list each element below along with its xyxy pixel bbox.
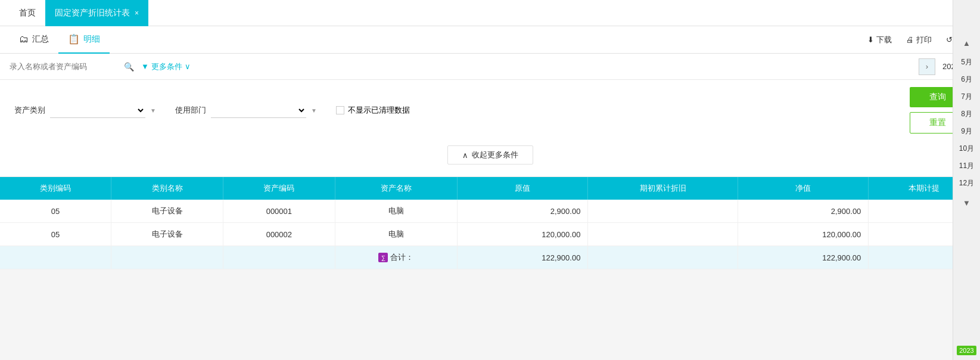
hide-cleared-checkbox[interactable] (336, 106, 344, 114)
month-item[interactable]: 10月 (956, 140, 978, 157)
right-month-panel: ▲ 5月6月7月8月9月10月11月12月 ▼ 2023 (953, 0, 980, 360)
filter-label: 更多条件 (151, 61, 182, 72)
total-cell: 122,900.00 (457, 246, 588, 269)
print-button[interactable]: 🖨 打印 (906, 35, 932, 45)
scroll-up-button[interactable]: ▲ (956, 36, 978, 50)
month-item[interactable]: 7月 (956, 88, 978, 105)
tab-summary[interactable]: 🗂 汇总 (10, 26, 58, 54)
month-item[interactable]: 12月 (956, 175, 978, 192)
month-item[interactable]: 8月 (956, 105, 978, 123)
total-cell: 122,900.00 (738, 246, 869, 269)
collapse-more-label: 收起更多条件 (472, 150, 518, 160)
dept-arrow-icon: ▼ (311, 107, 317, 114)
total-icon: ∑ (378, 253, 388, 262)
search-bar: 🔍 ▼ 更多条件 ∨ › 2023.01 (0, 54, 980, 80)
summary-tab-icon: 🗂 (19, 34, 29, 45)
scroll-down-button[interactable]: ▼ (956, 195, 978, 210)
table-header-cell: 资产编码 (223, 177, 335, 200)
month-item[interactable]: 5月 (956, 54, 978, 71)
table-row[interactable]: 05电子设备000002电脑120,000.00120,000.00 (0, 223, 980, 246)
table-cell: 电脑 (335, 200, 457, 223)
tab-detail[interactable]: 📋 明细 (58, 26, 110, 54)
top-nav: 首页 固定资产折旧统计表 × × (0, 0, 980, 26)
collapse-more-button[interactable]: ∧ 收起更多条件 (447, 145, 533, 165)
asset-type-filter: 资产类别 电子设备 ▼ (14, 103, 156, 118)
total-cell (223, 246, 335, 269)
table-header-cell: 原值 (457, 177, 588, 200)
filter-row: 资产类别 电子设备 ▼ 使用部门 ▼ 不显示已清理数据 查询 重置 (14, 87, 966, 134)
download-button[interactable]: ⬇ 下载 (867, 35, 892, 45)
print-icon: 🖨 (906, 35, 914, 44)
month-item[interactable]: 11月 (956, 157, 978, 175)
dept-label: 使用部门 (175, 105, 206, 116)
tab-label: 固定资产折旧统计表 (55, 8, 130, 18)
filter-icon: ▼ (141, 62, 149, 71)
month-item[interactable]: 6月 (956, 71, 978, 88)
asset-type-select[interactable]: 电子设备 (50, 103, 145, 118)
month-item[interactable]: 9月 (956, 123, 978, 140)
more-filter-button[interactable]: ▼ 更多条件 ∨ (141, 61, 191, 72)
download-icon: ⬇ (867, 35, 874, 44)
table-header-row: 类别编码类别名称资产编码资产名称原值期初累计折旧净值本期计提 (0, 177, 980, 200)
print-label: 打印 (916, 35, 932, 45)
download-label: 下载 (876, 35, 892, 45)
table-cell: 000001 (223, 200, 335, 223)
asset-type-label: 资产类别 (14, 105, 45, 116)
table-cell: 2,900.00 (457, 200, 588, 223)
data-table: 类别编码类别名称资产编码资产名称原值期初累计折旧净值本期计提 05电子设备000… (0, 177, 980, 269)
total-label-text: 合计： (390, 252, 413, 263)
detail-tab-label: 明细 (83, 34, 100, 45)
collapse-panel-button[interactable]: › (919, 58, 935, 75)
table-header-cell: 资产名称 (335, 177, 457, 200)
summary-tab-label: 汇总 (32, 34, 49, 45)
table-cell: 120,000.00 (738, 223, 869, 246)
year-badge: 2023 (957, 346, 976, 355)
table-cell (588, 200, 738, 223)
total-cell (111, 246, 223, 269)
total-cell (0, 246, 111, 269)
table-cell: 120,000.00 (457, 223, 588, 246)
table-cell: 电子设备 (111, 223, 223, 246)
dept-filter: 使用部门 ▼ (175, 103, 317, 118)
dept-select[interactable] (211, 103, 306, 118)
filter-area: 资产类别 电子设备 ▼ 使用部门 ▼ 不显示已清理数据 查询 重置 ∧ 收起更多… (0, 80, 980, 177)
home-nav-item[interactable]: 首页 (10, 8, 45, 18)
collapse-arrow-icon: › (926, 62, 928, 71)
asset-type-arrow-icon: ▼ (150, 107, 156, 114)
table-cell: 2,900.00 (738, 200, 869, 223)
data-table-wrapper: 类别编码类别名称资产编码资产名称原值期初累计折旧净值本期计提 05电子设备000… (0, 177, 980, 269)
tab-close-icon[interactable]: × (135, 9, 139, 17)
total-cell: ∑合计： (335, 246, 457, 269)
table-cell: 000002 (223, 223, 335, 246)
collapse-more-icon: ∧ (462, 151, 468, 160)
sub-tabs-bar: 🗂 汇总 📋 明细 ⬇ 下载 🖨 打印 ↺ 刷新 (0, 26, 980, 54)
refresh-icon: ↺ (946, 35, 953, 44)
table-cell: 电脑 (335, 223, 457, 246)
table-row[interactable]: 05电子设备000001电脑2,900.002,900.00 (0, 200, 980, 223)
active-tab[interactable]: 固定资产折旧统计表 × (45, 0, 148, 26)
hide-cleared-filter: 不显示已清理数据 (336, 105, 410, 116)
hide-cleared-label: 不显示已清理数据 (348, 105, 410, 116)
collapse-more-area: ∧ 收起更多条件 (14, 141, 966, 169)
table-header-cell: 期初累计折旧 (588, 177, 738, 200)
table-cell: 05 (0, 200, 111, 223)
filter-chevron-icon: ∨ (185, 62, 191, 71)
table-cell: 电子设备 (111, 200, 223, 223)
table-header-cell: 类别名称 (111, 177, 223, 200)
table-header-cell: 净值 (738, 177, 869, 200)
total-row: ∑合计：122,900.00122,900.00 (0, 246, 980, 269)
detail-tab-icon: 📋 (68, 33, 80, 45)
table-header-cell: 类别编码 (0, 177, 111, 200)
search-input[interactable] (10, 62, 117, 71)
table-cell (588, 223, 738, 246)
search-icon: 🔍 (124, 62, 134, 72)
total-cell (588, 246, 738, 269)
table-cell: 05 (0, 223, 111, 246)
